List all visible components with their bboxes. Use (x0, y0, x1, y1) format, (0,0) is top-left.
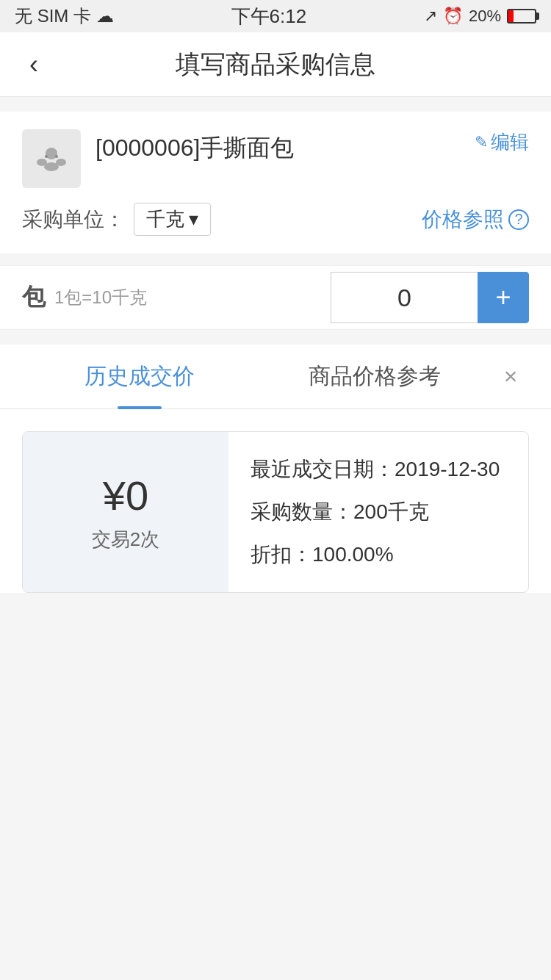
tab-product-price-label: 商品价格参考 (309, 361, 441, 392)
trade-recent-date-value: 2019-12-30 (395, 458, 500, 480)
svg-point-3 (44, 162, 59, 171)
unit-select-value: 千克 (146, 206, 184, 232)
status-left: 无 SIM 卡 ☁ (15, 4, 114, 28)
help-icon: ? (508, 209, 529, 230)
battery-icon (507, 9, 536, 24)
trade-purchase-qty: 采购数量：200千克 (251, 497, 506, 527)
quantity-controls: 0 + (331, 272, 529, 323)
svg-point-5 (55, 155, 58, 158)
quantity-plus-button[interactable]: + (478, 272, 529, 323)
tab-close-button[interactable]: × (492, 359, 529, 395)
purchase-unit-row: 采购单位： 千克 ▾ (22, 203, 211, 236)
price-ref-label: 价格参照 (422, 206, 504, 234)
alarm-icon: ⏰ (443, 7, 463, 26)
trade-discount-value: 100.00% (312, 543, 394, 566)
product-top: [0000006]手撕面包 ✎ 编辑 (22, 129, 529, 188)
trade-price-value: ¥0 (103, 472, 148, 519)
trade-details: 最近成交日期：2019-12-30 采购数量：200千克 折扣：100.00% (228, 432, 528, 592)
location-icon: ↗ (424, 7, 437, 26)
trade-purchase-qty-value: 200千克 (353, 500, 429, 523)
tabs-header: 历史成交价 商品价格参考 × (0, 345, 551, 409)
product-name: [0000006]手撕面包 (96, 129, 294, 165)
tab-history-label: 历史成交价 (84, 361, 195, 392)
tabs-panel: 历史成交价 商品价格参考 × ¥0 交易2次 最近成交日期：2019-12-30… (0, 345, 551, 593)
status-right: ↗ ⏰ 20% (424, 7, 536, 26)
unit-select-dropdown[interactable]: 千克 ▾ (134, 203, 211, 236)
product-bottom: 采购单位： 千克 ▾ 价格参照 ? (22, 203, 529, 236)
page-title: 填写商品采购信息 (176, 48, 375, 82)
trade-currency-symbol: ¥ (103, 472, 126, 519)
quantity-value: 0 (397, 284, 411, 312)
product-thumbnail (22, 129, 81, 188)
quantity-row: 包 1包=10千克 0 + (0, 265, 551, 330)
back-button[interactable]: ‹ (22, 42, 46, 87)
trade-price-summary: ¥0 交易2次 (23, 432, 228, 592)
trade-recent-date: 最近成交日期：2019-12-30 (251, 454, 506, 485)
trade-recent-date-label: 最近成交日期： (251, 458, 395, 480)
product-card: [0000006]手撕面包 ✎ 编辑 采购单位： 千克 ▾ 价格参照 ? (0, 112, 551, 253)
unit-badge: 包 (22, 281, 46, 314)
battery-label: 20% (469, 7, 501, 26)
edit-button[interactable]: ✎ 编辑 (475, 129, 529, 155)
quantity-input[interactable]: 0 (331, 272, 478, 323)
sim-label: 无 SIM 卡 ☁ (15, 4, 114, 28)
status-time: 下午6:12 (231, 4, 307, 29)
svg-point-0 (46, 148, 57, 159)
trade-count-label: 交易2次 (92, 527, 159, 552)
trade-discount-label: 折扣： (251, 543, 312, 566)
tab-product-price-ref[interactable]: 商品价格参考 (257, 345, 492, 409)
trade-purchase-qty-label: 采购数量： (251, 500, 353, 523)
unit-conversion: 1包=10千克 (54, 286, 147, 309)
price-reference-button[interactable]: 价格参照 ? (422, 206, 529, 234)
edit-icon: ✎ (475, 133, 488, 152)
tab-history-price[interactable]: 历史成交价 (22, 345, 257, 409)
edit-label: 编辑 (491, 129, 529, 155)
dropdown-arrow-icon: ▾ (189, 208, 198, 231)
header: ‹ 填写商品采购信息 (0, 32, 551, 97)
trade-price-number: 0 (126, 472, 148, 519)
product-info: [0000006]手撕面包 (22, 129, 294, 188)
purchase-unit-label: 采购单位： (22, 206, 125, 234)
trade-card: ¥0 交易2次 最近成交日期：2019-12-30 采购数量：200千克 折扣：… (22, 431, 529, 593)
status-bar: 无 SIM 卡 ☁ 下午6:12 ↗ ⏰ 20% (0, 0, 551, 32)
unit-label-group: 包 1包=10千克 (22, 281, 147, 314)
svg-point-4 (45, 155, 48, 158)
trade-discount: 折扣：100.00% (251, 539, 506, 570)
